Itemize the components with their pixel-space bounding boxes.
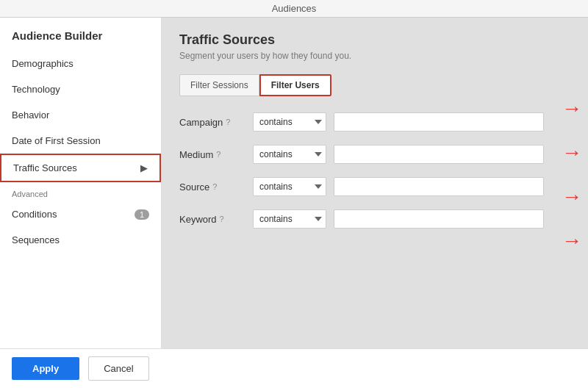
red-arrow-4: →: [562, 231, 582, 251]
footer: Apply Cancel: [0, 348, 588, 388]
keyword-label: Keyword ?: [179, 214, 245, 225]
keyword-filter-row: Keyword ? contains does not contain star…: [179, 209, 544, 229]
medium-label: Medium ?: [179, 149, 245, 160]
sidebar-item-label: Date of First Session: [12, 135, 101, 146]
keyword-select[interactable]: contains does not contain starts with en…: [253, 209, 326, 229]
apply-button[interactable]: Apply: [12, 357, 79, 380]
sidebar-item-label: Demographics: [12, 58, 74, 69]
sidebar-item-label: Technology: [12, 84, 60, 95]
sidebar-item-label: Traffic Sources: [13, 162, 77, 173]
sidebar-item-demographics[interactable]: Demographics: [0, 51, 161, 76]
source-input[interactable]: [334, 177, 544, 196]
sidebar-item-traffic-sources[interactable]: Traffic Sources ▶: [0, 154, 161, 182]
sidebar-item-technology[interactable]: Technology: [0, 76, 161, 102]
cancel-button[interactable]: Cancel: [88, 356, 148, 381]
filter-users-button[interactable]: Filter Users: [259, 74, 331, 96]
source-filter-row: Source ? contains does not contain start…: [179, 177, 544, 196]
main-content: Traffic Sources Segment your users by ho…: [162, 18, 562, 348]
top-bar: Audiences: [0, 0, 588, 18]
sidebar: Audience Builder Demographics Technology…: [0, 18, 162, 348]
campaign-select[interactable]: contains does not contain starts with en…: [253, 112, 326, 132]
red-arrows-container: → → → →: [562, 18, 588, 348]
content-subtitle: Segment your users by how they found you…: [179, 51, 544, 61]
keyword-help-icon[interactable]: ?: [220, 215, 224, 223]
medium-select[interactable]: contains does not contain starts with en…: [253, 145, 326, 164]
medium-help-icon[interactable]: ?: [216, 150, 220, 159]
campaign-label: Campaign ?: [179, 117, 245, 128]
conditions-label: Conditions: [12, 209, 57, 220]
campaign-help-icon[interactable]: ?: [226, 118, 230, 126]
source-help-icon[interactable]: ?: [212, 182, 217, 191]
red-arrow-3: →: [562, 187, 582, 207]
campaign-input[interactable]: [334, 112, 544, 132]
sidebar-title: Audience Builder: [0, 24, 161, 51]
source-select[interactable]: contains does not contain starts with en…: [253, 177, 326, 196]
chevron-right-icon: ▶: [140, 162, 148, 173]
conditions-badge: 1: [135, 209, 149, 220]
content-title: Traffic Sources: [179, 32, 544, 48]
filter-sessions-button[interactable]: Filter Sessions: [179, 74, 259, 96]
filter-button-group: Filter Sessions Filter Users: [179, 74, 544, 96]
sidebar-item-sequences[interactable]: Sequences: [0, 227, 161, 253]
red-arrow-2: →: [562, 143, 582, 163]
keyword-input[interactable]: [334, 209, 544, 229]
medium-filter-row: Medium ? contains does not contain start…: [179, 145, 544, 164]
sidebar-item-date-of-first-session[interactable]: Date of First Session: [0, 128, 161, 154]
sidebar-item-behavior[interactable]: Behavior: [0, 102, 161, 128]
advanced-section-label: Advanced: [0, 182, 161, 201]
source-label: Source ?: [179, 182, 245, 193]
campaign-filter-row: Campaign ? contains does not contain sta…: [179, 112, 544, 132]
sidebar-item-label: Behavior: [12, 109, 49, 121]
red-arrow-1: →: [562, 98, 582, 119]
medium-input[interactable]: [334, 145, 544, 164]
top-bar-title: Audiences: [272, 3, 317, 14]
sidebar-item-conditions[interactable]: Conditions 1: [0, 201, 161, 227]
sequences-label: Sequences: [12, 234, 60, 245]
